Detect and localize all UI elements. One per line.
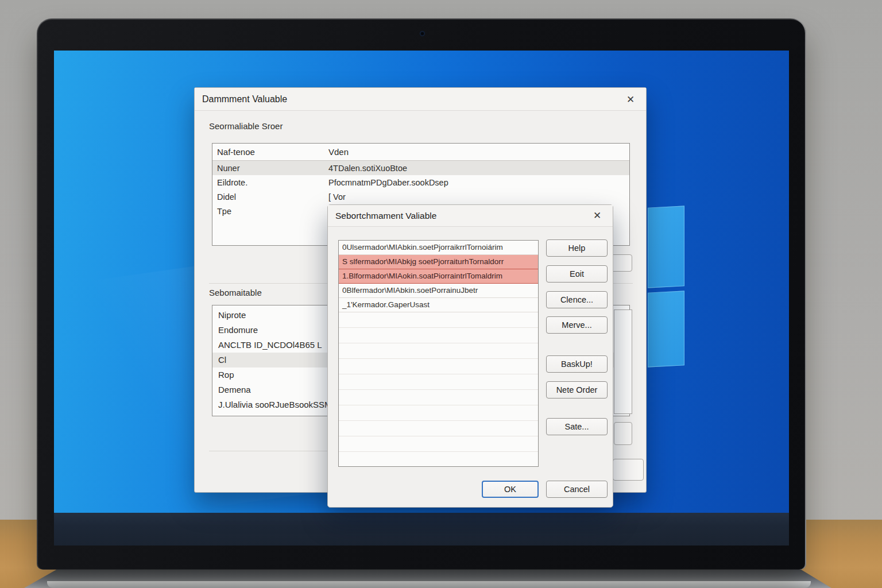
list-item[interactable]: 0Blfermador\MIAbkin.soetPorrainuJbetr	[339, 284, 538, 298]
empty-list-row	[339, 405, 538, 421]
note-order-button[interactable]: Nete Order	[546, 381, 608, 399]
close-icon[interactable]: ✕	[590, 208, 605, 223]
cancel-button[interactable]: Cancel	[546, 481, 608, 498]
outer-dialog-titlebar: Dammment Valuable ✕	[195, 88, 646, 111]
empty-list-row	[339, 390, 538, 405]
desktop-wallpaper: Dammment Valuable ✕ Seormaliable Sroer N…	[54, 51, 789, 546]
table-row[interactable]: Eildrote. PfocmnatmPDgDaber.sookDsep	[212, 175, 629, 189]
taskbar	[54, 513, 789, 546]
table-row[interactable]: Nuner 4TDalen.sotiXuoBtoe	[212, 161, 629, 175]
section-label-system-variables: Sebomaitable	[209, 288, 262, 297]
empty-list-row	[339, 436, 538, 452]
empty-list-row	[339, 343, 538, 359]
help-button[interactable]: Help	[546, 239, 608, 257]
empty-list-row	[339, 374, 538, 390]
list-item[interactable]: _1'Kermador.GaperUsast	[339, 298, 538, 312]
list-item-selected[interactable]: 1.Blformador\MIAokin.soatPiorraintrlToma…	[339, 269, 538, 284]
occluded-panel	[614, 310, 632, 414]
backup-button[interactable]: BaskUp!	[546, 355, 608, 373]
empty-list-row	[339, 312, 538, 328]
empty-list-row	[339, 328, 538, 343]
clence-button[interactable]: Clence...	[546, 291, 608, 308]
empty-list-row	[339, 421, 538, 436]
windows-logo-pane-top	[648, 206, 684, 288]
merve-button[interactable]: Merve...	[546, 316, 608, 334]
empty-list-row	[339, 359, 538, 374]
section-label-user-variables: Seormaliable Sroer	[209, 121, 283, 131]
edit-button[interactable]: Eoit	[546, 265, 608, 283]
table-header-row: Naf-tenoe Vden	[212, 144, 629, 161]
variable-values-list: 0Ulsermador\MIAbkin.soetPjorraikrrlTorno…	[338, 240, 539, 467]
empty-list-row	[339, 452, 538, 467]
webcam-icon	[420, 31, 425, 36]
list-item-selected[interactable]: S slfermador\MIAbkjg soetPjorraiturhTorn…	[339, 255, 538, 269]
column-header-value: Vden	[327, 147, 629, 157]
edit-environment-variable-dialog: Sebortchmament Valiable ✕ 0Ulsermador\MI…	[327, 204, 613, 508]
column-header-name: Naf-tenoe	[212, 147, 327, 157]
outer-dialog-title: Dammment Valuable	[202, 88, 287, 111]
occluded-button[interactable]	[613, 459, 644, 481]
laptop-base-edge	[47, 581, 811, 588]
table-row[interactable]: Didel [ Vor	[212, 189, 629, 204]
sate-button[interactable]: Sate...	[546, 418, 608, 435]
inner-dialog-titlebar: Sebortchmament Valiable ✕	[328, 205, 613, 227]
occluded-button[interactable]	[614, 422, 632, 445]
windows-logo-pane-bottom	[648, 291, 684, 367]
list-item[interactable]: 0Ulsermador\MIAbkin.soetPjorraikrrlTorno…	[339, 241, 538, 255]
ok-button[interactable]: OK	[482, 481, 539, 498]
occluded-button[interactable]	[610, 254, 632, 272]
inner-dialog-title: Sebortchmament Valiable	[335, 205, 436, 227]
close-icon[interactable]: ✕	[623, 92, 638, 107]
